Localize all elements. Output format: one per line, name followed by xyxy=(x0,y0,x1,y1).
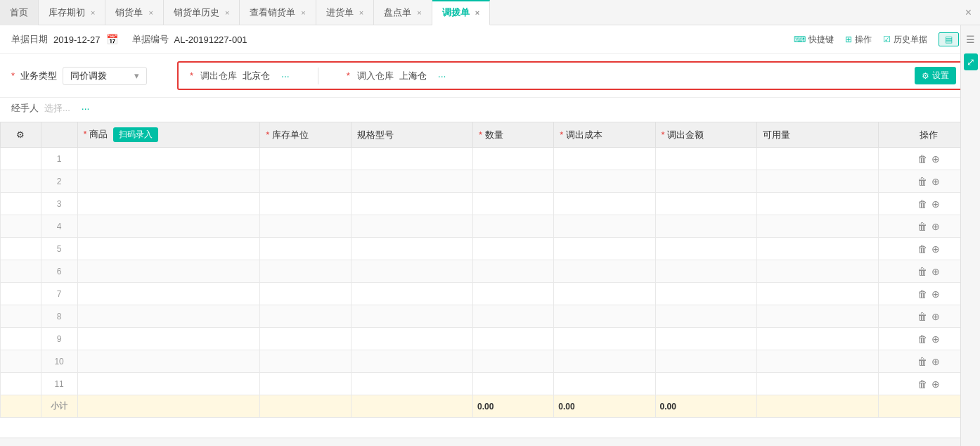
copy-icon[interactable]: ⊕ xyxy=(931,311,940,322)
available-cell[interactable] xyxy=(756,328,878,350)
unit-cell[interactable] xyxy=(260,215,352,238)
delete-icon[interactable]: 🗑 xyxy=(917,243,927,255)
qty-cell[interactable] xyxy=(472,328,553,350)
available-cell[interactable] xyxy=(756,238,878,260)
tab-home[interactable]: 首页 xyxy=(0,0,39,25)
spec-cell[interactable] xyxy=(351,170,472,193)
tab-inventory-init[interactable]: 库存期初 × xyxy=(39,0,105,25)
spec-cell[interactable] xyxy=(351,283,472,305)
copy-icon[interactable]: ⊕ xyxy=(931,243,940,255)
available-cell[interactable] xyxy=(756,350,878,373)
horizontal-scrollbar[interactable] xyxy=(0,438,980,446)
tab-view-sales[interactable]: 查看销货单 × xyxy=(240,0,316,25)
qty-cell[interactable] xyxy=(472,215,553,238)
spec-cell[interactable] xyxy=(351,350,472,373)
delete-icon[interactable]: 🗑 xyxy=(917,153,927,165)
close-icon[interactable]: × xyxy=(359,8,363,17)
delete-icon[interactable]: 🗑 xyxy=(917,198,927,210)
amount-cell[interactable] xyxy=(655,283,756,305)
qty-cell[interactable] xyxy=(472,170,553,193)
copy-icon[interactable]: ⊕ xyxy=(931,198,940,210)
available-cell[interactable] xyxy=(756,283,878,305)
spec-cell[interactable] xyxy=(351,193,472,215)
product-cell[interactable] xyxy=(77,238,260,260)
close-icon[interactable]: × xyxy=(225,8,229,17)
qty-cell[interactable] xyxy=(472,148,553,170)
calendar-icon[interactable]: 📅 xyxy=(106,34,118,45)
delete-icon[interactable]: 🗑 xyxy=(917,378,927,390)
product-cell[interactable] xyxy=(77,373,260,395)
tab-inventory-check[interactable]: 盘点单 × xyxy=(374,0,432,25)
business-type-select[interactable]: 同价调拨 ▾ xyxy=(63,67,147,85)
delete-icon[interactable]: 🗑 xyxy=(917,176,927,187)
settings-button[interactable]: ⚙ 设置 xyxy=(915,67,956,84)
amount-cell[interactable] xyxy=(655,328,756,350)
out-warehouse-more[interactable]: ··· xyxy=(281,70,290,82)
available-cell[interactable] xyxy=(756,148,878,170)
spec-cell[interactable] xyxy=(351,328,472,350)
tab-transfer[interactable]: 调拨单 × xyxy=(432,0,490,25)
cost-cell[interactable] xyxy=(554,260,655,283)
cost-cell[interactable] xyxy=(554,283,655,305)
copy-icon[interactable]: ⊕ xyxy=(931,378,940,390)
qty-cell[interactable] xyxy=(472,238,553,260)
copy-icon[interactable]: ⊕ xyxy=(931,221,940,232)
qty-cell[interactable] xyxy=(472,193,553,215)
history-button[interactable]: ☑ 历史单据 xyxy=(883,34,927,46)
copy-icon[interactable]: ⊕ xyxy=(931,288,940,300)
scan-button[interactable]: 扫码录入 xyxy=(113,127,158,142)
close-icon[interactable]: × xyxy=(417,8,421,17)
copy-icon[interactable]: ⊕ xyxy=(931,333,940,345)
cost-cell[interactable] xyxy=(554,373,655,395)
product-cell[interactable] xyxy=(77,260,260,283)
available-cell[interactable] xyxy=(756,170,878,193)
sidebar-expand-icon[interactable]: ⤢ xyxy=(964,53,978,70)
copy-icon[interactable]: ⊕ xyxy=(931,176,940,187)
copy-icon[interactable]: ⊕ xyxy=(931,266,940,277)
delete-icon[interactable]: 🗑 xyxy=(917,333,927,345)
amount-cell[interactable] xyxy=(655,170,756,193)
product-cell[interactable] xyxy=(77,328,260,350)
spec-cell[interactable] xyxy=(351,373,472,395)
spec-cell[interactable] xyxy=(351,215,472,238)
cost-cell[interactable] xyxy=(554,328,655,350)
cost-cell[interactable] xyxy=(554,170,655,193)
close-icon[interactable]: × xyxy=(301,8,305,17)
qty-cell[interactable] xyxy=(472,373,553,395)
shortcut-button[interactable]: ⌨ 快捷键 xyxy=(794,34,834,46)
operation-button[interactable]: ⊞ 操作 xyxy=(845,34,872,46)
close-icon[interactable]: × xyxy=(148,8,153,17)
unit-cell[interactable] xyxy=(260,305,352,328)
unit-cell[interactable] xyxy=(260,148,352,170)
available-cell[interactable] xyxy=(756,215,878,238)
cost-cell[interactable] xyxy=(554,215,655,238)
unit-cell[interactable] xyxy=(260,328,352,350)
product-cell[interactable] xyxy=(77,170,260,193)
cost-cell[interactable] xyxy=(554,148,655,170)
close-icon[interactable]: × xyxy=(475,8,479,17)
delete-icon[interactable]: 🗑 xyxy=(917,311,927,322)
product-cell[interactable] xyxy=(77,283,260,305)
copy-icon[interactable]: ⊕ xyxy=(931,153,940,165)
cost-cell[interactable] xyxy=(554,193,655,215)
tab-bar-close-button[interactable]: × xyxy=(957,0,980,25)
tab-sales-history[interactable]: 销货单历史 × xyxy=(164,0,240,25)
qty-cell[interactable] xyxy=(472,350,553,373)
product-cell[interactable] xyxy=(77,350,260,373)
qty-cell[interactable] xyxy=(472,283,553,305)
product-cell[interactable] xyxy=(77,148,260,170)
available-cell[interactable] xyxy=(756,193,878,215)
amount-cell[interactable] xyxy=(655,238,756,260)
person-more[interactable]: ··· xyxy=(82,103,90,114)
unit-cell[interactable] xyxy=(260,170,352,193)
delete-icon[interactable]: 🗑 xyxy=(917,288,927,300)
amount-cell[interactable] xyxy=(655,305,756,328)
tab-sales-order[interactable]: 销货单 × xyxy=(105,0,163,25)
sidebar-list-icon[interactable]: ☰ xyxy=(966,34,975,45)
qty-cell[interactable] xyxy=(472,260,553,283)
cost-cell[interactable] xyxy=(554,305,655,328)
amount-cell[interactable] xyxy=(655,373,756,395)
layout1-button[interactable]: ▤ xyxy=(939,32,959,46)
amount-cell[interactable] xyxy=(655,260,756,283)
unit-cell[interactable] xyxy=(260,260,352,283)
